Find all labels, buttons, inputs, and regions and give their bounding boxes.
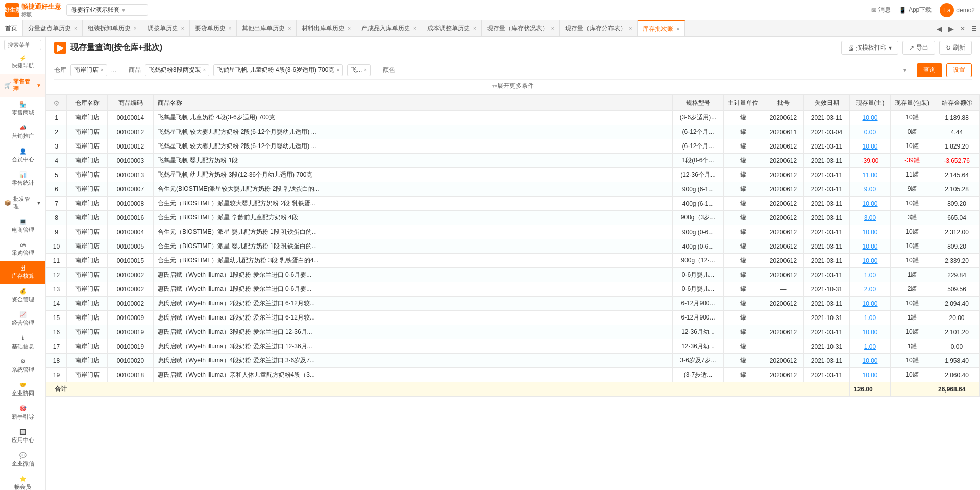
sidebar-item-ecommerce[interactable]: 💻 电商管理 [0, 214, 45, 238]
sidebar-item-finance[interactable]: 💰 资金管理 [0, 284, 45, 307]
sidebar-label: 批发管理 [13, 195, 35, 210]
cell-qty[interactable]: 0.00 [850, 125, 891, 139]
tab-menu-icon[interactable]: ☰ [968, 25, 980, 32]
cell-qty[interactable]: 9.00 [850, 182, 891, 197]
cell-qty[interactable]: 10.00 [850, 368, 891, 382]
expand-sidebar-button[interactable]: ▶ [54, 42, 66, 54]
search-input[interactable] [4, 40, 41, 50]
cell-code: 00100016 [108, 211, 154, 225]
tab-close-all-button[interactable]: ✕ [957, 25, 968, 32]
sidebar-item-retail-mall[interactable]: 🏪 零售商城 [0, 97, 45, 120]
cell-qty[interactable]: 10.00 [850, 239, 891, 254]
tab-qitachuku[interactable]: 其他出库单历史 × [237, 20, 297, 37]
cell-qty[interactable]: 10.00 [850, 325, 891, 339]
cell-qty[interactable]: 2.00 [850, 282, 891, 297]
sidebar-item-guide[interactable]: 🎯 新手引导 [0, 401, 45, 425]
messages-button[interactable]: ✉ 消息 [871, 6, 891, 14]
settings-icon[interactable]: ⚙ [53, 99, 60, 107]
sidebar-item-retail-mgmt[interactable]: 🛒 零售管理 ▼ [0, 74, 45, 97]
cell-qty[interactable]: 10.00 [850, 354, 891, 368]
search-button[interactable]: 查询 [917, 63, 942, 77]
product-filter-tag-2[interactable]: 飞鹤星飞帆 儿童奶粉 4段(3-6岁适用) 700克 × [213, 64, 343, 76]
cell-spec: 6-12月900... [673, 297, 724, 311]
sidebar-item-basics[interactable]: ℹ 基础信息 [0, 331, 45, 354]
tab-zuzhuangchexiao[interactable]: 组装拆卸单历史 × [83, 20, 142, 37]
cell-qty[interactable]: 10.00 [850, 254, 891, 268]
cell-qty[interactable]: 10.00 [850, 111, 891, 125]
sidebar-item-quicknav[interactable]: ⚡ 快捷导航 [0, 53, 45, 71]
refresh-button[interactable]: ↻ 刷新 [939, 41, 972, 55]
cell-qty[interactable]: 10.00 [850, 197, 891, 211]
tab-xiancunliang-fenbiao[interactable]: 现存量（库存分布表） × [560, 20, 638, 37]
sidebar-item-vip[interactable]: ⭐ 畅会员 [0, 472, 45, 490]
cell-qty[interactable]: 3.00 [850, 211, 891, 225]
sidebar-item-business[interactable]: 📈 经营管理 [0, 307, 45, 331]
sidebar-search-container [0, 37, 45, 53]
warehouse-filter-tag[interactable]: 南岸门店 × [70, 64, 107, 76]
close-icon[interactable]: × [551, 26, 554, 31]
close-icon[interactable]: × [74, 26, 77, 31]
close-icon[interactable]: × [413, 26, 416, 31]
sidebar-item-retail-stats[interactable]: 📊 零售统计 [0, 167, 45, 191]
sidebar-item-marketing[interactable]: 📣 营销推广 [0, 120, 45, 144]
tab-chengpinruku[interactable]: 产成品入库单历史 × [356, 20, 422, 37]
close-icon[interactable]: × [134, 26, 137, 31]
cell-qty[interactable]: 11.00 [850, 168, 891, 182]
sidebar-item-appcenter[interactable]: 🔲 应用中心 [0, 425, 45, 448]
sidebar-item-wholesale[interactable]: 📦 批发管理 ▼ [0, 191, 45, 214]
tab-xiancunliang-zhuangkuang[interactable]: 现存量（库存状况表） × [482, 20, 560, 37]
user-profile[interactable]: Ea demo2 [940, 3, 975, 17]
print-button[interactable]: 🖨 按模板打印 ▾ [841, 41, 898, 55]
stats-icon: 📊 [19, 172, 27, 178]
product-filter-tag-3[interactable]: 飞... × [347, 64, 371, 76]
sidebar-item-system[interactable]: ⚙ 系统管理 [0, 354, 45, 378]
sidebar-item-member[interactable]: 👤 会员中心 [0, 144, 45, 167]
close-icon[interactable]: × [348, 26, 351, 31]
tab-cailiaochuku[interactable]: 材料出库单历史 × [297, 20, 356, 37]
expand-more-label[interactable]: 展开更多条件 [497, 82, 534, 90]
cell-qty[interactable]: 1.00 [850, 268, 891, 282]
cell-qty[interactable]: -39.00 [850, 154, 891, 168]
tab-fenliangpandian[interactable]: 分量盘点单历史 × [23, 20, 83, 37]
warehouse-more[interactable]: ... [111, 67, 116, 74]
close-icon[interactable]: × [336, 67, 339, 73]
sidebar-item-enterprise-wechat[interactable]: 💬 企业微信 [0, 448, 45, 472]
col-pkg: 现存量(包装) [891, 95, 934, 111]
sidebar-item-collaboration[interactable]: 🤝 企业协同 [0, 378, 45, 401]
col-settings[interactable]: ⚙ [46, 95, 67, 111]
close-icon[interactable]: × [629, 26, 632, 31]
tab-yaohuo[interactable]: 要货单历史 × [190, 20, 237, 37]
tab-kucunpicizhangs[interactable]: 库存批次账 × [638, 20, 685, 37]
table-row: 1 南岸门店 00100014 飞鹤星飞帆 儿童奶粉 4段(3-6岁适用) 70… [46, 111, 980, 125]
tab-diaobodanhis[interactable]: 调拨单历史 × [142, 20, 190, 37]
cell-qty[interactable]: 10.00 [850, 139, 891, 154]
settings-button[interactable]: 设置 [946, 63, 972, 77]
tab-prev-arrow[interactable]: ◀ [934, 24, 945, 33]
app-download-button[interactable]: 📱 App下载 [899, 6, 932, 14]
table-row: 15 南岸门店 00100009 惠氏启赋（Wyeth illuma）2段奶粉 … [46, 311, 980, 325]
close-icon[interactable]: × [101, 67, 104, 73]
tab-home[interactable]: 首页 [0, 20, 23, 37]
cell-qty[interactable]: 10.00 [850, 297, 891, 311]
close-icon[interactable]: × [181, 26, 184, 31]
shortcut-icon: ⚡ [19, 55, 27, 62]
tab-next-arrow[interactable]: ▶ [945, 24, 957, 33]
cell-qty[interactable]: 1.00 [850, 339, 891, 354]
close-icon[interactable]: × [364, 67, 367, 73]
export-button[interactable]: ↗ 导出 [902, 41, 935, 55]
warehouse-selector[interactable]: 母婴行业演示账套 ▾ [66, 4, 148, 16]
sidebar-item-purchase[interactable]: 🛍 采购管理 [0, 238, 45, 261]
cell-qty[interactable]: 1.00 [850, 311, 891, 325]
close-icon[interactable]: × [473, 26, 476, 31]
tab-chenbendiaozheng[interactable]: 成本调整单历史 × [422, 20, 482, 37]
cell-qty[interactable]: 10.00 [850, 225, 891, 239]
close-icon[interactable]: × [229, 26, 232, 31]
cell-pkg: 3罐 [891, 211, 934, 225]
sidebar-item-inventory[interactable]: 🗄 库存核算 [0, 261, 45, 284]
cell-expire: 2021-03-11 [804, 368, 850, 382]
close-icon[interactable]: × [676, 26, 679, 32]
close-icon[interactable]: × [288, 26, 291, 31]
color-expand-button[interactable]: ▾ [897, 65, 913, 76]
close-icon[interactable]: × [203, 67, 206, 73]
product-filter-tag-1[interactable]: 飞鹤奶粉3段两提装 × [145, 64, 210, 76]
